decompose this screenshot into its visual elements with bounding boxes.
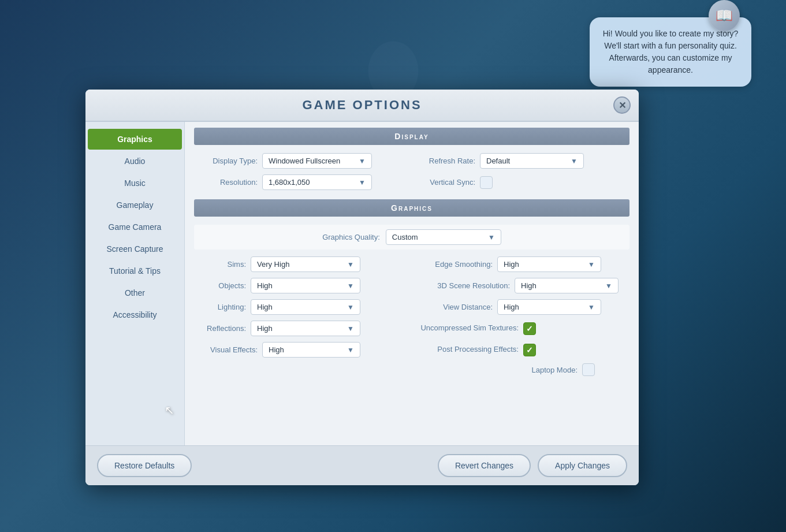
sidebar-item-screen-capture[interactable]: Screen Capture (88, 239, 182, 259)
lighting-dropdown[interactable]: High ▼ (251, 299, 360, 315)
view-distance-label: View Distance: (418, 303, 493, 311)
display-type-dropdown[interactable]: Windowed Fullscreen ▼ (262, 153, 372, 169)
scene-resolution-arrow: ▼ (601, 282, 612, 290)
refresh-rate-group: Refresh Rate: Default ▼ (418, 153, 629, 169)
view-distance-dropdown[interactable]: High ▼ (497, 299, 601, 315)
uncompressed-label: Uncompressed Sim Textures: (418, 323, 519, 333)
display-type-value: Windowed Fullscreen (269, 157, 340, 165)
lighting-group: Lighting: High ▼ (194, 299, 406, 315)
visual-effects-value: High (269, 345, 284, 354)
sims-label: Sims: (194, 260, 246, 269)
tooltip-icon: 📖 (709, 0, 740, 31)
sims-group: Sims: Very High ▼ (194, 256, 406, 272)
graphics-quality-value: Custom (392, 233, 418, 241)
visual-effects-dropdown[interactable]: High ▼ (262, 342, 360, 358)
resolution-group: Resolution: 1,680x1,050 ▼ (194, 174, 406, 190)
lighting-view-row: Lighting: High ▼ View Distance: High ▼ (194, 299, 629, 315)
edge-smoothing-group: Edge Smoothing: High ▼ (418, 256, 629, 272)
reflections-label: Reflections: (194, 324, 246, 333)
display-type-row: Display Type: Windowed Fullscreen ▼ Refr… (194, 153, 629, 169)
vsync-checkbox[interactable] (480, 176, 493, 189)
resolution-arrow: ▼ (354, 178, 366, 187)
post-processing-group: Post Processing Effects: (418, 344, 629, 356)
view-distance-value: High (504, 303, 519, 311)
apply-changes-button[interactable]: Apply Changes (538, 454, 627, 477)
lighting-label: Lighting: (194, 303, 246, 311)
post-processing-checkbox[interactable] (523, 344, 536, 356)
restore-defaults-button[interactable]: Restore Defaults (97, 454, 192, 477)
reflections-dropdown[interactable]: High ▼ (251, 321, 360, 336)
resolution-dropdown[interactable]: 1,680x1,050 ▼ (262, 174, 372, 190)
uncompressed-group: Uncompressed Sim Textures: (418, 322, 629, 335)
visual-effects-label: Visual Effects: (194, 345, 258, 354)
lighting-value: High (257, 303, 273, 311)
graphics-quality-dropdown[interactable]: Custom ▼ (386, 229, 501, 245)
refresh-rate-dropdown[interactable]: Default ▼ (480, 153, 584, 169)
resolution-value: 1,680x1,050 (269, 178, 310, 187)
sidebar-item-graphics[interactable]: Graphics (88, 129, 182, 150)
dialog-titlebar: Game Options ✕ (85, 90, 639, 122)
laptop-mode-group: Laptop Mode: (508, 363, 595, 376)
display-type-arrow: ▼ (354, 157, 366, 165)
sidebar-item-tutorial-tips[interactable]: Tutorial & Tips (88, 261, 182, 281)
display-type-group: Display Type: Windowed Fullscreen ▼ (194, 153, 406, 169)
scene-resolution-value: High (521, 281, 537, 290)
graphics-section-header: Graphics (194, 199, 629, 217)
sidebar: Graphics Audio Music Gameplay Game Camer… (85, 122, 185, 445)
objects-dropdown[interactable]: High ▼ (251, 278, 360, 293)
resolution-row: Resolution: 1,680x1,050 ▼ Vertical Sync: (194, 174, 629, 190)
objects-label: Objects: (194, 281, 246, 290)
visual-effects-post-row: Visual Effects: High ▼ Post Processing E… (194, 342, 629, 358)
refresh-rate-arrow: ▼ (566, 157, 578, 165)
dialog-footer: Restore Defaults Revert Changes Apply Ch… (85, 445, 639, 485)
laptop-mode-label: Laptop Mode: (508, 366, 578, 374)
vsync-group: Vertical Sync: (418, 176, 629, 189)
visual-effects-arrow: ▼ (342, 346, 354, 354)
edge-smoothing-dropdown[interactable]: High ▼ (497, 256, 601, 272)
sidebar-item-game-camera[interactable]: Game Camera (88, 217, 182, 237)
vsync-label: Vertical Sync: (418, 178, 475, 187)
laptop-mode-row: Laptop Mode: (194, 363, 629, 376)
edge-smoothing-arrow: ▼ (583, 261, 595, 269)
sims-value: Very High (257, 260, 289, 269)
tooltip-text: Hi! Would you like to create my story? W… (603, 29, 739, 75)
display-type-label: Display Type: (194, 157, 258, 165)
sidebar-item-other[interactable]: Other (88, 282, 182, 303)
resolution-label: Resolution: (194, 178, 258, 187)
graphics-quality-arrow: ▼ (483, 233, 495, 241)
uncompressed-checkbox[interactable] (523, 322, 536, 335)
tooltip-bubble: 📖 Hi! Would you like to create my story?… (590, 17, 751, 87)
view-distance-arrow: ▼ (583, 303, 595, 311)
scene-resolution-dropdown[interactable]: High ▼ (515, 278, 619, 293)
scene-resolution-group: 3D Scene Resolution: High ▼ (418, 278, 629, 293)
graphics-quality-label: Graphics Quality: (322, 233, 380, 241)
revert-changes-button[interactable]: Revert Changes (438, 454, 531, 477)
objects-value: High (257, 281, 273, 290)
sidebar-item-accessibility[interactable]: Accessibility (88, 304, 182, 325)
sidebar-item-gameplay[interactable]: Gameplay (88, 195, 182, 215)
objects-scene-row: Objects: High ▼ 3D Scene Resolution: Hig… (194, 278, 629, 293)
view-distance-group: View Distance: High ▼ (418, 299, 629, 315)
edge-smoothing-value: High (504, 260, 519, 269)
game-options-dialog: Game Options ✕ Graphics Audio Music Game… (85, 90, 639, 485)
lighting-arrow: ▼ (342, 303, 354, 311)
objects-arrow: ▼ (342, 282, 354, 290)
dialog-body: Graphics Audio Music Gameplay Game Camer… (85, 122, 639, 445)
dialog-title: Game Options (302, 98, 422, 112)
visual-effects-group: Visual Effects: High ▼ (194, 342, 406, 358)
sims-arrow: ▼ (342, 261, 354, 269)
post-processing-label: Post Processing Effects: (418, 345, 519, 355)
reflections-arrow: ▼ (342, 325, 354, 333)
refresh-rate-value: Default (486, 157, 510, 165)
sidebar-item-music[interactable]: Music (88, 173, 182, 194)
graphics-quality-row: Graphics Quality: Custom ▼ (194, 225, 629, 250)
scene-resolution-label: 3D Scene Resolution: (418, 281, 510, 290)
sims-edge-row: Sims: Very High ▼ Edge Smoothing: High ▼ (194, 256, 629, 272)
sims-dropdown[interactable]: Very High ▼ (251, 256, 360, 272)
close-button[interactable]: ✕ (613, 96, 631, 114)
objects-group: Objects: High ▼ (194, 278, 406, 293)
laptop-mode-checkbox[interactable] (582, 363, 595, 376)
refresh-rate-label: Refresh Rate: (418, 157, 475, 165)
reflections-value: High (257, 324, 273, 333)
sidebar-item-audio[interactable]: Audio (88, 151, 182, 172)
